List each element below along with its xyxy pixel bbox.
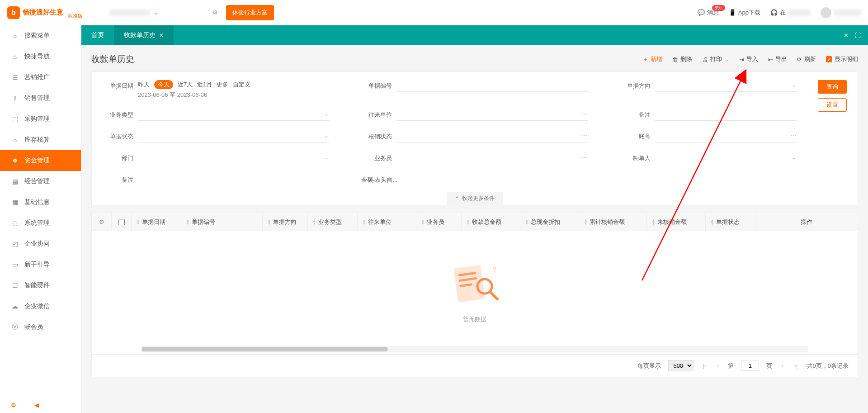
verify-status-select[interactable] (396, 131, 588, 142)
filter-clerk: 业务员 ⋯ (361, 152, 588, 164)
page-prefix: 第 (728, 362, 734, 370)
org-selector[interactable]: ⌄ (105, 7, 209, 18)
biz-type-select[interactable] (138, 109, 330, 121)
per-page-select[interactable]: 500 (668, 360, 693, 371)
messages-link[interactable]: 💬 消息 99+ (698, 9, 719, 17)
filter-label: 单据编号 (361, 80, 396, 90)
import-button[interactable]: ⇥导入 (739, 55, 758, 63)
column-header[interactable]: 操作 (755, 213, 858, 231)
sidebar-item-10[interactable]: ◰企业协同 (0, 233, 81, 254)
sidebar-item-6[interactable]: ❖资金管理 (0, 150, 81, 171)
user-menu[interactable] (821, 7, 861, 18)
menu-icon: ⌂ (11, 53, 19, 60)
sidebar-item-12[interactable]: ☐智能硬件 (0, 275, 81, 296)
bill-dir-select[interactable] (655, 80, 797, 92)
next-page-button[interactable]: › (779, 362, 785, 369)
tab-current[interactable]: 收款单历史 ✕ (114, 25, 174, 45)
menu-icon: ◰ (11, 240, 19, 247)
select-all-checkbox[interactable] (112, 213, 132, 231)
date-more[interactable]: 更多 (217, 81, 228, 89)
column-header[interactable]: ▲▼单据日期 (132, 213, 181, 231)
org-settings-icon[interactable]: ⚙ (212, 9, 218, 16)
sidebar-item-13[interactable]: ☁企业微信 (0, 296, 81, 317)
column-header[interactable]: ▲▼收款总金额 (462, 213, 520, 231)
brand-edition: 标准版 (68, 13, 83, 19)
sidebar: ⌕搜索菜单⌂快捷导航☰营销推广⇪销售管理⬚采购管理⌂库存核算❖资金管理▤经营管理… (0, 25, 81, 413)
filter-panel: 单据日期 昨天 今天 近7天 近1月 更多 自定义 2023-06-06 至 2… (91, 71, 858, 205)
add-button[interactable]: ＋新增 (642, 55, 662, 63)
sidebar-item-0[interactable]: ⌕搜索菜单 (0, 25, 81, 46)
maker-select[interactable] (655, 152, 797, 164)
sidebar-item-9[interactable]: ◌系统管理 (0, 213, 81, 233)
column-header[interactable]: ▲▼业务员 (416, 213, 462, 231)
date-1m[interactable]: 近1月 (197, 81, 212, 89)
sidebar-item-8[interactable]: ▦基础信息 (0, 192, 81, 213)
sidebar-item-4[interactable]: ⬚采购管理 (0, 109, 81, 129)
bill-no-input[interactable] (396, 80, 588, 92)
partner-input[interactable] (396, 109, 588, 121)
menu-label: 经营管理 (24, 177, 50, 185)
app-download-link[interactable]: 📱 App下载 (729, 9, 760, 17)
sidebar-item-5[interactable]: ⌂库存核算 (0, 129, 81, 150)
column-settings-button[interactable]: ⚙ (92, 213, 112, 231)
collapse-filters-button[interactable]: ⌃ 收起更多条件 (447, 192, 503, 205)
refresh-button[interactable]: ⟳刷新 (797, 55, 816, 63)
column-header[interactable]: ▲▼累计核销金额 (579, 213, 647, 231)
export-button[interactable]: ⇤导出 (768, 55, 787, 63)
date-7d[interactable]: 近7天 (178, 81, 193, 89)
date-custom[interactable]: 自定义 (233, 81, 250, 89)
date-today[interactable]: 今天 (154, 80, 173, 89)
page-input[interactable] (741, 361, 759, 371)
clerk-input[interactable] (396, 152, 588, 164)
fullscreen-icon[interactable]: ⛶ (855, 32, 861, 39)
brand-logo[interactable]: b 畅捷通好生意 标准版 (7, 5, 83, 19)
refresh-label: 刷新 (804, 55, 816, 63)
account-input[interactable] (655, 131, 797, 142)
print-button[interactable]: 🖨打印⌄ (702, 55, 729, 63)
phone-icon: 📱 (729, 9, 736, 16)
sidebar-settings-icon[interactable]: ⚙ (11, 402, 16, 408)
first-page-button[interactable]: |‹ (701, 362, 708, 369)
filter-setting-button[interactable]: 设置 (818, 98, 847, 112)
tab-home[interactable]: 首页 (81, 25, 114, 45)
sidebar-item-1[interactable]: ⌂快捷导航 (0, 46, 81, 67)
delete-button[interactable]: 🗑删除 (672, 55, 692, 63)
column-header[interactable]: ▲▼业务类型 (308, 213, 358, 231)
sidebar-item-14[interactable]: Ⓥ畅会员 (0, 317, 81, 337)
prev-page-button[interactable]: ‹ (715, 362, 721, 369)
filter-label: 往来单位 (361, 109, 396, 119)
sidebar-collapse-icon[interactable]: ◀ (34, 402, 39, 408)
empty-text: 暂无数据 (92, 315, 858, 323)
menu-icon: ⬚ (11, 115, 19, 123)
column-header[interactable]: ▲▼未核销金额 (647, 213, 706, 231)
sidebar-item-3[interactable]: ⇪销售管理 (0, 88, 81, 109)
org-name-blurred (109, 9, 150, 16)
remark1-input[interactable] (655, 109, 797, 121)
last-page-button[interactable]: ›| (793, 362, 800, 369)
column-header[interactable]: ▲▼总现金折扣 (520, 213, 579, 231)
column-label: 累计核销金额 (590, 218, 625, 226)
column-header[interactable]: ▲▼单据状态 (706, 213, 755, 231)
dept-select[interactable] (138, 152, 330, 164)
trial-button[interactable]: 体验行业方案 (226, 5, 274, 20)
search-button[interactable]: 查询 (818, 80, 847, 94)
column-header[interactable]: ▲▼往来单位 (358, 213, 416, 231)
close-icon[interactable]: ✕ (159, 32, 164, 38)
filter-label: 备注 (103, 174, 138, 184)
menu-label: 智能硬件 (24, 281, 50, 290)
tab-close-all-icon[interactable]: ✕ (844, 32, 849, 39)
filter-label: 备注 (620, 109, 655, 119)
username-blurred (834, 9, 861, 16)
remark2-input[interactable] (138, 174, 330, 185)
support-link[interactable]: 🎧 在 (770, 9, 811, 17)
horizontal-scrollbar[interactable] (142, 346, 808, 352)
sidebar-item-7[interactable]: ▤经营管理 (0, 171, 81, 192)
date-yesterday[interactable]: 昨天 (138, 81, 150, 89)
column-header[interactable]: ▲▼单据方向 (263, 213, 308, 231)
show-detail-toggle[interactable]: ✓显示明细 (826, 55, 858, 63)
sidebar-item-2[interactable]: ☰营销推广 (0, 67, 81, 88)
column-header[interactable]: ▲▼单据编号 (181, 213, 263, 231)
bill-status-select[interactable] (138, 131, 330, 142)
sidebar-item-11[interactable]: ▭新手引导 (0, 254, 81, 275)
refresh-icon: ⟳ (797, 56, 802, 63)
